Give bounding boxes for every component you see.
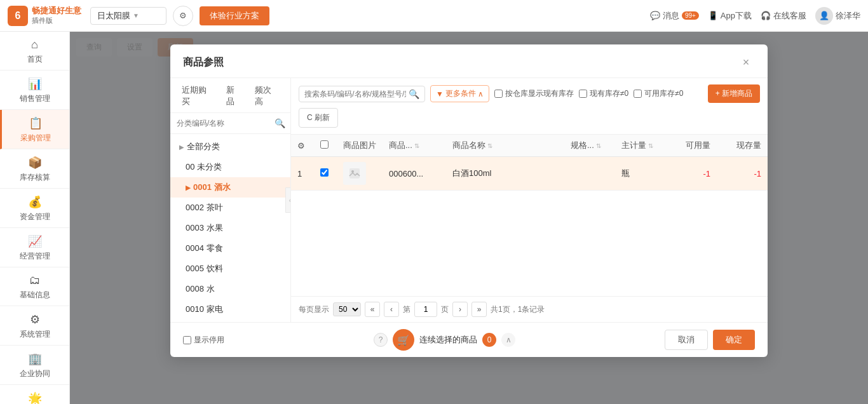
avatar: 👤 bbox=[815, 7, 833, 25]
cart-icon: 🛒 bbox=[393, 329, 414, 351]
sidebar-item-sales[interactable]: 📊 销售管理 bbox=[0, 71, 69, 110]
cat-water-label: 0008 水 bbox=[186, 283, 215, 295]
online-service-label: 在线客服 bbox=[773, 10, 806, 22]
available-filter-checkbox[interactable] bbox=[634, 90, 642, 98]
product-code: 000600... bbox=[389, 169, 423, 178]
table-row[interactable]: 1 bbox=[291, 157, 768, 191]
more-filter-btn[interactable]: ▼ 更多条件 ∧ bbox=[430, 85, 489, 102]
message-label: 消息 bbox=[663, 10, 679, 22]
cat-item-all[interactable]: ▶ 全部分类 bbox=[170, 137, 290, 157]
product-table-wrap: ⚙ 商品图片 bbox=[291, 135, 768, 296]
store-name: 日太阳膜 bbox=[97, 10, 130, 22]
sidebar-item-system[interactable]: ⚙ 系统管理 bbox=[0, 306, 69, 346]
product-unit: 瓶 bbox=[621, 168, 630, 178]
try-industry-btn[interactable]: 体验行业方案 bbox=[200, 6, 269, 25]
warehouse-filter-checkbox[interactable] bbox=[494, 90, 503, 98]
cat-item-snack[interactable]: 0004 零食 bbox=[170, 238, 290, 259]
sidebar-item-procurement[interactable]: 📋 采购管理 bbox=[0, 110, 69, 149]
logo-text: 畅捷通好生意 bbox=[32, 6, 81, 16]
category-collapse-btn[interactable]: ‹‹ bbox=[285, 187, 291, 213]
th-spec-sort-icon: ⇅ bbox=[596, 142, 601, 149]
mobile-icon: 📱 bbox=[708, 11, 718, 20]
confirm-btn[interactable]: 确定 bbox=[713, 330, 755, 350]
user-profile[interactable]: 👤 徐泽华 bbox=[815, 7, 860, 25]
page-prefix-label: 第 bbox=[403, 304, 410, 315]
page-number-input[interactable] bbox=[414, 302, 437, 317]
td-check[interactable] bbox=[314, 157, 337, 191]
sidebar-business-label: 经营管理 bbox=[20, 251, 50, 262]
stock-filter-label: 现有库存≠0 bbox=[590, 88, 628, 99]
product-search-input[interactable] bbox=[304, 90, 406, 98]
row-num: 1 bbox=[297, 169, 302, 178]
sales-icon: 📊 bbox=[28, 77, 42, 91]
th-name-sort[interactable]: 商品名称 ⇅ bbox=[452, 140, 558, 151]
row-checkbox[interactable] bbox=[320, 168, 329, 177]
th-code-sort[interactable]: 商品... ⇅ bbox=[389, 140, 440, 151]
display-disabled-checkbox[interactable] bbox=[183, 336, 191, 344]
footer-center: ? 🛒 连续选择的商品 0 ∧ bbox=[231, 329, 658, 351]
cat-item-liquor[interactable]: ▶ 0001 酒水 bbox=[170, 177, 290, 198]
sidebar-item-business[interactable]: 📈 经营管理 bbox=[0, 228, 69, 267]
last-page-btn[interactable]: » bbox=[471, 302, 487, 317]
cat-item-uncategorized[interactable]: 00 未分类 bbox=[170, 157, 290, 177]
cat-tab-frequent[interactable]: 频次高 bbox=[248, 81, 285, 112]
display-disabled-toggle[interactable]: 显示停用 bbox=[183, 335, 224, 346]
sidebar-item-guide[interactable]: 🌟 新手引导 bbox=[0, 385, 69, 404]
cancel-btn[interactable]: 取消 bbox=[665, 330, 708, 350]
th-settings[interactable]: ⚙ bbox=[291, 135, 314, 157]
stock-filter[interactable]: 现有库存≠0 bbox=[579, 88, 628, 99]
help-icon-btn[interactable]: ? bbox=[374, 333, 388, 347]
cat-snack-label: 0004 零食 bbox=[186, 243, 223, 254]
footer-collapse-btn[interactable]: ∧ bbox=[501, 333, 515, 347]
refresh-btn[interactable]: C 刷新 bbox=[299, 108, 338, 128]
procurement-icon: 📋 bbox=[29, 116, 43, 130]
selected-count-badge: 0 bbox=[482, 333, 496, 347]
th-checkbox bbox=[314, 135, 337, 157]
messages-btn[interactable]: 💬 消息 99+ bbox=[650, 10, 699, 22]
sidebar-item-enterprise[interactable]: 🏢 企业协同 bbox=[0, 346, 69, 385]
th-unit-sort[interactable]: 主计量 ⇅ bbox=[621, 140, 660, 151]
cat-tab-new[interactable]: 新品 bbox=[220, 81, 248, 112]
modal-close-btn[interactable]: × bbox=[737, 53, 755, 71]
category-panel: 近期购买 新品 频次高 🔍 ‹‹ bbox=[170, 78, 291, 322]
cat-item-tea[interactable]: 0002 茶叶 bbox=[170, 198, 290, 218]
sidebar-item-basicinfo[interactable]: 🗂 基础信息 bbox=[0, 267, 69, 306]
product-reference-modal: 商品参照 × 近期购买 新品 频次高 bbox=[170, 44, 768, 357]
sidebar-procurement-label: 采购管理 bbox=[20, 133, 51, 144]
available-filter[interactable]: 可用库存≠0 bbox=[634, 88, 683, 99]
cat-search-input[interactable] bbox=[177, 119, 272, 128]
per-page-select[interactable]: 50 bbox=[333, 302, 361, 316]
cat-item-beverage[interactable]: 0005 饮料 bbox=[170, 259, 290, 279]
filter-arrow: ∧ bbox=[478, 90, 484, 98]
settings-btn[interactable]: ⚙ bbox=[173, 6, 193, 26]
th-code-sort-icon: ⇅ bbox=[414, 142, 419, 149]
sidebar-enterprise-label: 企业协同 bbox=[20, 368, 50, 379]
select-all-checkbox[interactable] bbox=[320, 140, 329, 149]
online-service-btn[interactable]: 🎧 在线客服 bbox=[761, 10, 806, 22]
td-code: 000600... bbox=[383, 157, 446, 191]
cat-tab-recent[interactable]: 近期购买 bbox=[175, 81, 220, 112]
th-img-sort[interactable]: 商品图片 bbox=[343, 140, 376, 151]
sidebar-item-home[interactable]: ⌂ 首页 bbox=[0, 32, 69, 71]
product-table: ⚙ 商品图片 bbox=[291, 135, 768, 191]
first-page-btn[interactable]: « bbox=[365, 302, 380, 317]
cat-item-water[interactable]: 0008 水 bbox=[170, 279, 290, 299]
product-search-icon[interactable]: 🔍 bbox=[409, 89, 419, 99]
app-download-btn[interactable]: 📱 App下载 bbox=[708, 10, 752, 22]
sidebar-item-inventory[interactable]: 📦 库存核算 bbox=[0, 149, 69, 189]
th-unit: 主计量 ⇅ bbox=[615, 135, 666, 157]
cat-item-appliance[interactable]: 0010 家电 bbox=[170, 299, 290, 320]
sidebar-item-finance[interactable]: 💰 资金管理 bbox=[0, 189, 69, 228]
cat-item-fruit[interactable]: 0003 水果 bbox=[170, 218, 290, 238]
store-select[interactable]: 日太阳膜 ▼ bbox=[90, 7, 166, 25]
prev-page-btn[interactable]: ‹ bbox=[384, 302, 399, 317]
th-code: 商品... ⇅ bbox=[383, 135, 446, 157]
cat-search-icon[interactable]: 🔍 bbox=[275, 118, 285, 128]
add-product-btn[interactable]: + 新增商品 bbox=[708, 84, 760, 103]
warehouse-filter[interactable]: 按仓库显示现有库存 bbox=[494, 88, 574, 99]
modal-title: 商品参照 bbox=[183, 56, 224, 69]
next-page-btn[interactable]: › bbox=[452, 302, 468, 317]
th-stock: 现存量 bbox=[717, 135, 768, 157]
th-spec-sort[interactable]: 规格... ⇅ bbox=[571, 140, 609, 151]
stock-filter-checkbox[interactable] bbox=[579, 90, 587, 98]
